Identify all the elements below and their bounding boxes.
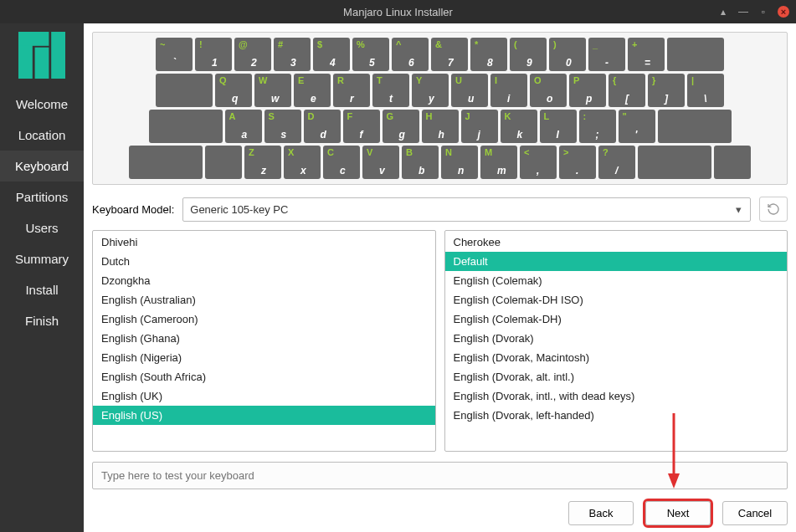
minimize-icon[interactable]: —: [737, 6, 749, 18]
key: Aa: [225, 110, 262, 143]
key: Tt: [372, 74, 409, 107]
key: Dd: [304, 110, 341, 143]
list-item[interactable]: English (Dvorak, alt. intl.): [445, 367, 788, 386]
key: (9: [510, 38, 547, 71]
key: Ii: [490, 74, 527, 107]
titlebar: Manjaro Linux Installer ▴ — ▫ ×: [0, 0, 796, 23]
maximize-icon[interactable]: ▫: [757, 6, 769, 18]
key: "': [619, 110, 655, 143]
sidebar-step-location[interactable]: Location: [0, 120, 84, 151]
key: }]: [648, 74, 685, 107]
key: Zz: [244, 146, 281, 179]
key: Ee: [294, 74, 331, 107]
list-item[interactable]: English (Cameroon): [93, 309, 435, 329]
svg-rect-2: [51, 32, 65, 79]
close-icon[interactable]: ×: [778, 6, 789, 18]
key: Kk: [501, 110, 537, 143]
list-item[interactable]: English (Dvorak, Macintosh): [445, 348, 788, 367]
key: {[: [609, 74, 645, 107]
key: Ff: [343, 110, 380, 143]
variant-list[interactable]: CherokeeDefaultEnglish (Colemak)English …: [444, 230, 788, 452]
sidebar-step-users[interactable]: Users: [0, 212, 84, 243]
key: +=: [628, 38, 665, 71]
list-item[interactable]: English (Dvorak, intl., with dead keys): [445, 386, 788, 406]
window-controls: ▴ — ▫ ×: [717, 6, 789, 18]
key: &7: [431, 38, 468, 71]
cancel-button[interactable]: Cancel: [722, 501, 788, 525]
key: ?/: [598, 146, 635, 179]
key: Vv: [362, 146, 399, 179]
key: ~`: [156, 38, 193, 71]
key: [205, 146, 242, 179]
svg-rect-3: [18, 32, 49, 46]
list-item[interactable]: English (Nigeria): [93, 348, 435, 367]
key: Xx: [284, 146, 321, 179]
back-button[interactable]: Back: [568, 501, 634, 525]
list-item[interactable]: English (US): [93, 406, 435, 425]
keyboard-model-value: Generic 105-key PC: [190, 203, 288, 216]
key: Uu: [451, 74, 488, 107]
key: #3: [274, 38, 311, 71]
keyboard-preview: ~`!1@2#3$4%5^6&7*8(9)0_-+=QqWwEeRrTtYyUu…: [92, 32, 788, 185]
key: [638, 146, 711, 179]
reset-button[interactable]: [759, 197, 788, 222]
key: *8: [470, 38, 507, 71]
key: >.: [559, 146, 596, 179]
content-pane: ~`!1@2#3$4%5^6&7*8(9)0_-+=QqWwEeRrTtYyUu…: [84, 23, 796, 532]
key: [658, 110, 732, 143]
list-item[interactable]: English (Colemak): [445, 271, 788, 290]
key: )0: [549, 38, 586, 71]
key: Ss: [264, 110, 301, 143]
rollup-icon[interactable]: ▴: [717, 6, 729, 18]
key: $4: [313, 38, 350, 71]
key: Oo: [530, 74, 567, 107]
key: :;: [579, 110, 616, 143]
sidebar-step-install[interactable]: Install: [0, 274, 84, 305]
key: Mm: [480, 146, 517, 179]
list-item[interactable]: Dutch: [93, 252, 435, 271]
list-item[interactable]: Dzongkha: [93, 271, 435, 290]
key: Ww: [254, 74, 291, 107]
key: [714, 146, 751, 179]
sidebar-step-welcome[interactable]: Welcome: [0, 89, 84, 120]
key: !1: [195, 38, 232, 71]
list-item[interactable]: Cherokee: [445, 233, 788, 252]
list-item[interactable]: English (Dvorak): [445, 329, 788, 348]
key: Cc: [323, 146, 360, 179]
list-item[interactable]: English (Australian): [93, 290, 435, 309]
sidebar-step-keyboard[interactable]: Keyboard: [0, 151, 84, 182]
keyboard-test-input[interactable]: [92, 462, 788, 489]
list-item[interactable]: Dhivehi: [93, 233, 435, 252]
svg-rect-1: [35, 48, 49, 79]
key: Bb: [402, 146, 439, 179]
list-item[interactable]: English (Colemak-DH ISO): [445, 290, 788, 309]
keyboard-model-label: Keyboard Model:: [92, 203, 174, 216]
list-item[interactable]: Default: [445, 252, 788, 271]
list-item[interactable]: English (Ghana): [93, 329, 435, 348]
sidebar-step-finish[interactable]: Finish: [0, 305, 84, 336]
sidebar-step-summary[interactable]: Summary: [0, 243, 84, 274]
key: Ll: [540, 110, 577, 143]
key: [149, 110, 223, 143]
list-item[interactable]: English (South Africa): [93, 367, 435, 386]
key: Pp: [569, 74, 606, 107]
key: Hh: [422, 110, 459, 143]
list-item[interactable]: English (Dvorak, left-handed): [445, 406, 788, 425]
manjaro-logo-icon: [18, 32, 65, 79]
key: <,: [520, 146, 557, 179]
key: _-: [588, 38, 625, 71]
key: Jj: [461, 110, 498, 143]
next-button[interactable]: Next: [645, 501, 711, 525]
key: Yy: [412, 74, 449, 107]
list-item[interactable]: English (Colemak-DH): [445, 309, 788, 329]
key: Nn: [441, 146, 478, 179]
key: [129, 146, 203, 179]
key: Gg: [383, 110, 419, 143]
refresh-icon: [767, 202, 780, 216]
keyboard-model-select[interactable]: Generic 105-key PC: [182, 197, 751, 222]
layout-list[interactable]: DhivehiDutchDzongkhaEnglish (Australian)…: [92, 230, 436, 452]
key: |\: [687, 74, 724, 107]
key: %5: [352, 38, 389, 71]
list-item[interactable]: English (UK): [93, 386, 435, 406]
sidebar-step-partitions[interactable]: Partitions: [0, 182, 84, 212]
